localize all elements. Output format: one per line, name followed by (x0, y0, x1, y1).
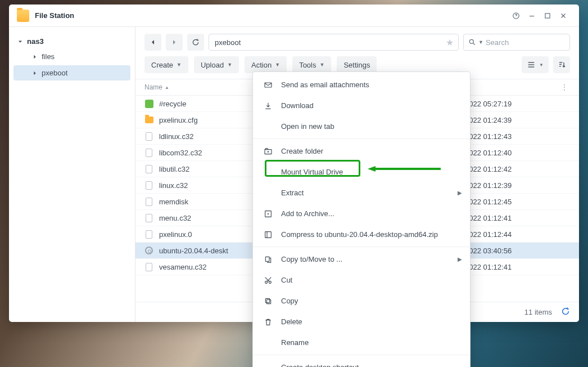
svg-rect-23 (266, 299, 270, 303)
nav-back-button[interactable] (144, 34, 161, 51)
sidebar-item-pxeboot[interactable]: pxeboot (13, 65, 130, 80)
file-icon (144, 230, 153, 239)
menu-item[interactable]: Rename (253, 332, 470, 353)
svg-rect-20 (265, 257, 269, 261)
menu-item[interactable]: Copy to/Move to ...▶ (253, 249, 470, 270)
chevron-right-icon: ▶ (458, 190, 462, 196)
menu-item[interactable]: Copy (253, 290, 470, 311)
download-icon (263, 101, 273, 110)
minimize-button[interactable] (524, 8, 540, 24)
titlebar: File Station (9, 5, 579, 27)
create-button[interactable]: Create▼ (144, 56, 188, 73)
upload-button[interactable]: Upload▼ (194, 56, 239, 73)
search-input[interactable]: ▼ Search (463, 34, 570, 51)
recycle-icon (144, 99, 153, 108)
sidebar-item-files[interactable]: files (13, 49, 130, 64)
nav-forward-button[interactable] (166, 34, 183, 51)
sidebar: nas3 filespxeboot (9, 27, 135, 322)
refresh-button[interactable] (561, 307, 570, 317)
path-input[interactable]: pxeboot ★ (209, 34, 459, 51)
svg-rect-18 (265, 231, 272, 238)
view-mode-button[interactable]: ▼ (522, 56, 549, 73)
file-icon (144, 262, 153, 271)
settings-button[interactable]: Settings (337, 56, 377, 73)
menu-item[interactable]: Cut (253, 270, 470, 290)
close-button[interactable] (555, 8, 571, 24)
tree-root[interactable]: nas3 (13, 35, 130, 48)
file-icon (144, 164, 153, 173)
help-button[interactable] (508, 8, 524, 24)
menu-item[interactable]: Mount Virtual Drive (253, 162, 470, 182)
svg-line-7 (473, 43, 475, 45)
mail-icon (263, 80, 273, 89)
delete-icon (263, 317, 273, 326)
menu-item[interactable]: Delete (253, 311, 470, 332)
chevron-right-icon: ▶ (458, 256, 462, 262)
svg-point-6 (469, 39, 473, 43)
chevron-right-icon (31, 70, 38, 77)
chevron-down-icon (17, 38, 24, 45)
sort-asc-icon: ▲ (165, 85, 169, 90)
app-title: File Station (35, 11, 74, 20)
column-menu-icon[interactable]: ⋮ (559, 83, 570, 91)
archive-icon (263, 209, 273, 218)
copyto-icon (263, 255, 273, 264)
menu-item[interactable]: Send as email attachments (253, 74, 470, 95)
context-menu: Send as email attachmentsDownloadOpen in… (252, 71, 471, 367)
action-button[interactable]: Action▼ (245, 56, 287, 73)
cut-icon (263, 276, 273, 285)
item-count: 11 items (524, 308, 552, 316)
sort-button[interactable] (553, 56, 570, 73)
file-icon (144, 148, 153, 157)
file-icon (144, 132, 153, 141)
menu-item[interactable]: Download (253, 95, 470, 116)
menu-item[interactable]: Extract▶ (253, 182, 470, 203)
chevron-right-icon (31, 53, 38, 60)
newfolder-icon (263, 147, 273, 156)
menu-item[interactable]: Create folder (253, 141, 470, 162)
menu-item[interactable]: Open in new tab (253, 116, 470, 137)
folder-icon (144, 115, 153, 124)
file-icon (144, 213, 153, 222)
nav-refresh-button[interactable] (187, 34, 204, 51)
svg-rect-3 (545, 13, 550, 17)
copy-icon (263, 297, 273, 306)
star-icon[interactable]: ★ (446, 37, 454, 48)
file-icon (144, 197, 153, 206)
file-icon (144, 181, 153, 190)
menu-item[interactable]: Create desktop shortcut (253, 357, 470, 367)
tools-button[interactable]: Tools▼ (292, 56, 331, 73)
menu-item[interactable]: Add to Archive... (253, 203, 470, 224)
menu-item[interactable]: Compress to ubuntu-20.04.4-desktop-amd64… (253, 224, 470, 245)
app-icon (17, 10, 29, 22)
iso-icon (144, 246, 153, 255)
svg-rect-24 (265, 298, 269, 302)
maximize-button[interactable] (540, 8, 555, 24)
compress-icon (263, 230, 273, 239)
svg-point-1 (516, 17, 517, 17)
chevron-down-icon: ▼ (478, 39, 483, 45)
